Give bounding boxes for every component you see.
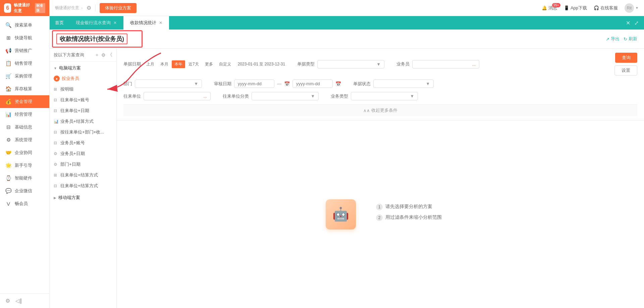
header-right: 🔔 消息 99+ 📱 App下载 🎧 在线客服 Rit ▼ [542,3,639,13]
messages-button[interactable]: 🔔 消息 99+ [542,5,557,11]
scheme-label: 按明细 [60,86,112,92]
page-actions: ↗ 导出 ↻ 刷新 [606,36,637,42]
doc-type-filter: 单据类型 ▼ [297,60,384,68]
scheme-icon: ⊞ [54,173,58,177]
scheme-by-detail[interactable]: ⊞ 按明细 [50,84,116,95]
salesperson-more-icon[interactable]: ... [472,62,476,67]
refresh-label: 刷新 [629,36,637,42]
message-badge: 99+ [552,3,560,7]
refresh-button[interactable]: ↻ 刷新 [624,36,637,42]
desktop-section-label: 电脑端方案 [59,65,81,71]
sidebar-item-finance[interactable]: 💰 资金管理 [0,95,49,108]
sidebar-item-label: 资金管理 [15,99,32,105]
date-tab-custom[interactable]: 自定义 [216,60,234,68]
trial-button[interactable]: 体验行业方案 [100,3,137,13]
partner-category-select[interactable]: ▼ [252,92,319,100]
export-button[interactable]: ↗ 导出 [606,36,620,42]
header-gear-icon[interactable]: ⚙ [87,5,91,11]
scheme-dept-date[interactable]: ⚙ 部门+日期 [50,159,116,170]
partner-select[interactable]: ... [144,92,211,100]
review-date-from-input[interactable] [234,80,274,88]
review-date-to-input[interactable] [292,80,333,88]
scheme-salesperson-settle[interactable]: 📊 业务员+结算方式 [50,116,116,127]
marketing-icon: 📢 [5,48,11,54]
sidebar-item-system[interactable]: ⚙ 系统管理 [0,134,49,146]
sidebar-item-member[interactable]: V 畅会员 [0,197,49,210]
sidebar-item-inventory[interactable]: 🏠 库存核算 [0,83,49,95]
scheme-icon: ⊞ [54,87,58,92]
online-service-button[interactable]: 🎧 在线客服 [594,5,618,11]
scheme-partner-account[interactable]: ⊟ 往来单位+账号 [50,95,116,105]
sidebar-item-marketing[interactable]: 📢 营销推广 [0,44,49,57]
sidebar-item-purchase[interactable]: 🛒 采购管理 [0,70,49,83]
tab-collection-close[interactable]: ✕ [159,20,162,25]
scheme-by-salesperson[interactable]: ● 按业务员 [50,73,116,84]
doc-status-select[interactable]: ▼ [373,80,434,88]
scheme-label: 往来单位+账号 [60,97,112,103]
logo-text: 畅捷通好生意 [14,2,32,14]
date-tab-this-year[interactable]: 本年 [172,60,185,68]
salesperson-select[interactable]: ... [412,60,479,68]
calendar-icon-2[interactable]: 📅 [335,81,341,87]
review-date-label: 审核日期 [214,81,231,87]
calendar-icon-1[interactable]: 📅 [284,81,290,87]
collapse-panel-icon[interactable]: 《 [108,52,112,58]
scheme-salesperson-date[interactable]: ⚙ 业务员+日期 [50,148,116,159]
scheme-icon: ⚙ [54,151,58,156]
date-tab-7days[interactable]: 近7天 [186,60,202,68]
scheme-icon: ⊟ [54,108,58,113]
scheme-partner-date[interactable]: ⊟ 往来单位+日期 [50,105,116,116]
add-scheme-icon[interactable]: ＋ [95,52,99,58]
scheme-label: 业务员+账号 [60,140,112,146]
sidebar-item-guide[interactable]: 🌟 新手引导 [0,159,49,172]
sidebar-item-enterprise[interactable]: 🤝 企业协同 [0,146,49,159]
filter-actions: 查询 设置 [614,53,637,75]
date-tab-last-month[interactable]: 上月 [144,60,157,68]
sidebar-item-label: 销售管理 [15,60,32,66]
collapse-sidebar-icon[interactable]: ◁∥ [15,298,22,304]
desktop-tree-section: ▼ 电脑端方案 ● 按业务员 ⊞ 按明细 ⊟ 往来单位+账号 ⊟ 往来单 [50,62,116,193]
date-tab-this-month[interactable]: 本月 [158,60,171,68]
panel-header-label: 按以下方案查询 [54,52,84,58]
mobile-section-title[interactable]: ▶ 移动端方案 [50,193,116,203]
sidebar-item-wechat[interactable]: 💬 企业微信 [0,185,49,197]
partner-more-icon[interactable]: ... [203,94,207,99]
settings-bottom-icon[interactable]: ⚙ [5,298,10,304]
sidebar-item-search[interactable]: 🔍 搜索菜单 [0,19,49,32]
tab-home[interactable]: 首页 [50,16,69,30]
collapse-bar[interactable]: ∧∧ 收起更多条件 [123,104,637,116]
search-icon: 🔍 [5,22,11,28]
biz-type-select[interactable]: ▼ [351,92,418,100]
finance-icon: 💰 [5,99,11,105]
tab-bank[interactable]: 现金银行流水查询 ✕ [69,16,123,30]
date-tab-more[interactable]: 更多 [202,60,216,68]
tab-close-all-icon[interactable]: ✕ [626,20,630,26]
desktop-section-title[interactable]: ▼ 电脑端方案 [50,63,116,73]
tab-bank-close[interactable]: ✕ [113,20,117,25]
sidebar-item-operations[interactable]: 📊 经营管理 [0,108,49,121]
sidebar-item-hardware[interactable]: ⌚ 智能硬件 [0,172,49,185]
scheme-partner-dept[interactable]: ⊟ 按往来单位+部门+收... [50,127,116,138]
query-button[interactable]: 查询 [615,53,637,63]
sidebar-item-base[interactable]: ⊟ 基础信息 [0,121,49,134]
date-dash: — [277,81,281,86]
sidebar-item-sales[interactable]: 📋 销售管理 [0,57,49,70]
settings-button[interactable]: 设置 [614,65,637,75]
scheme-icon: ⊟ [54,141,58,145]
chevron-down-icon: ▼ [194,81,198,86]
app-download-button[interactable]: 📱 App下载 [564,5,587,11]
operations-icon: 📊 [5,111,11,117]
doc-type-select[interactable]: ▼ [317,60,384,68]
tab-collection[interactable]: 收款情况统计 ✕ [123,16,169,30]
scheme-partner-settle2[interactable]: ⊟ 往来单位+结算方式 [50,181,116,191]
sidebar-item-quicknav[interactable]: ⊞ 快捷导航 [0,32,49,44]
scheme-label: 业务员+日期 [60,151,112,157]
scheme-salesperson-account[interactable]: ⊟ 业务员+账号 [50,138,116,148]
settings-scheme-icon[interactable]: ⚙ [101,52,106,58]
tab-expand-icon[interactable]: ⤢ [634,20,639,26]
date-from: 2023-01-01 [238,62,258,66]
user-avatar-button[interactable]: Rit ▼ [625,3,639,13]
salesperson-filter: 业务员 ... [396,60,479,68]
scheme-partner-settle1[interactable]: ⊞ 往来单位+结算方式 [50,170,116,181]
dept-select[interactable]: ▼ [135,80,202,88]
